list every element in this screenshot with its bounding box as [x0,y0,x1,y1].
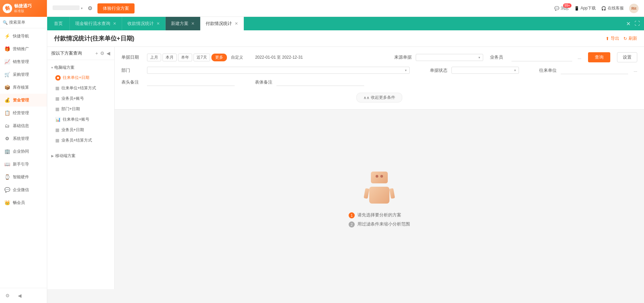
collapse-sidebar-button[interactable]: ◀ [15,291,24,300]
sales-icon: 📈 [4,59,10,65]
setting-button[interactable]: 设置 [617,52,637,62]
partner-input[interactable] [561,66,628,74]
sidebar-item-system[interactable]: ⚙ 系统管理 [0,132,47,145]
tip-number-2: 2 [349,221,355,228]
salesman-input[interactable] [511,54,572,61]
message-action[interactable]: 💬 消息 99+ [554,5,569,11]
topbar-gear-button[interactable]: ⚙ [85,4,95,13]
sidebar-item-sales[interactable]: 📈 销售管理 [0,55,47,68]
query-button[interactable]: 查询 [588,52,610,62]
scheme-item-partner-settlement[interactable]: ▦ 往来单位+结算方式 [47,83,114,93]
account-selector[interactable]: ▾ [53,5,83,11]
tab-new-scheme[interactable]: 新建方案 ✕ [166,17,200,30]
scheme-item-salesman-account[interactable]: ▦ 业务员+账号 [47,93,114,104]
header-note-input[interactable] [147,78,235,86]
tab-payment-stats-close[interactable]: ✕ [235,21,238,26]
partner-filter-label: 往来单位 [539,67,558,73]
salesman-dots[interactable]: ... [578,55,581,60]
sidebar-item-inventory[interactable]: 📦 库存核算 [0,81,47,94]
refresh-button[interactable]: ↻ 刷新 [623,35,637,41]
scheme-collapse-button[interactable]: ◀ [107,51,110,56]
sidebar-logo-area: 畅捷通巧 标准版 [14,3,32,13]
scheme-item-partner-account[interactable]: 📊 往来单位+账号 [47,114,114,125]
sidebar-item-quick-nav[interactable]: ⚡ 快捷导航 [0,30,47,42]
source-select[interactable]: ▾ [416,54,483,61]
enterprise-icon: 🏢 [4,148,10,154]
expand-tab-btn[interactable]: ⛶ [633,19,641,28]
scheme-group-mobile-header[interactable]: ▶ 移动端方案 [47,151,114,161]
tab-new-scheme-close[interactable]: ✕ [191,21,195,26]
scheme-group-desktop-header[interactable]: ▾ 电脑端方案 [47,63,114,72]
sidebar-item-purchase[interactable]: 🛒 采购管理 [0,68,47,81]
sidebar-item-basic[interactable]: 🗂 基础信息 [0,119,47,132]
tab-home-label: 首页 [54,21,63,27]
dept-select[interactable]: ▾ [147,67,410,74]
sidebar-item-guide[interactable]: 📖 新手引导 [0,158,47,171]
scheme-item-salesman-settlement[interactable]: ▦ 业务员+结算方式 [47,135,114,146]
last-7-btn[interactable]: 近7天 [194,54,210,61]
voucher-status-select[interactable]: ▾ [451,67,519,74]
this-month-btn[interactable]: 本月 [163,54,177,61]
scheme-add-button[interactable]: + [95,51,98,56]
sidebar-item-member[interactable]: 👑 畅会员 [0,196,47,209]
guide-icon: 📖 [4,161,10,167]
scheme-setting-button[interactable]: ⚙ [100,51,105,56]
empty-state: 1 请先选择要分析的方案 2 用过滤条件来缩小分析范围 [115,110,644,289]
sidebar-item-enterprise[interactable]: 🏢 企业协同 [0,145,47,158]
industry-btn[interactable]: 体验行业方案 [97,3,135,13]
app-download-icon: 📱 [574,6,579,11]
system-icon: ⚙ [4,135,10,142]
collapse-conditions-button[interactable]: ∧∧ 收起更多条件 [356,93,402,102]
tab-receivable-label: 收款情况统计 [127,21,154,27]
body-note-input[interactable] [276,78,364,86]
tab-home[interactable]: 首页 [47,17,70,30]
topbar: ▾ ⚙ 体验行业方案 💬 消息 99+ 📱 App下载 🎧 在线客服 [47,0,644,17]
topbar-left: ▾ ⚙ 体验行业方案 [53,3,550,13]
main-area: ▾ ⚙ 体验行业方案 💬 消息 99+ 📱 App下载 🎧 在线客服 [47,0,644,303]
scheme-panel: 按以下方案查询 + ⚙ ◀ ▾ 电脑端方案 [47,47,115,289]
sidebar-item-label: 新手引导 [13,161,29,167]
partner-dots[interactable]: ... [634,68,637,73]
tip-text-1: 请先选择要分析的方案 [357,212,401,218]
sidebar-footer: ⚙ ◀ [0,288,47,303]
scheme-item-partner-date[interactable]: 往来单位+日期 [47,72,114,83]
sidebar-item-hardware[interactable]: ⌚ 智能硬件 [0,171,47,183]
online-service-action[interactable]: 🎧 在线客服 [601,5,624,11]
export-button[interactable]: ⬆ 导出 [606,35,619,41]
settings-footer-button[interactable]: ⚙ [3,291,12,300]
tab-cash-flow[interactable]: 现金银行流水查询 ✕ [70,17,122,30]
sidebar-item-finance[interactable]: 💰 资金管理 [0,94,47,107]
tab-cash-flow-close[interactable]: ✕ [113,21,116,26]
scheme-item-salesman-date[interactable]: ▦ 业务员+日期 [47,125,114,135]
robot-eye-right [380,175,383,178]
robot-head [371,172,388,183]
main-content: 付款情况统计(往来单位+日期) ⬆ 导出 ↻ 刷新 按以下方案查询 [47,30,644,303]
sidebar: 畅 畅捷通巧 标准版 🔍 搜索菜单 ⚡ 快捷导航 🎁 营销推广 📈 销售管理 [0,0,47,303]
scheme-item-salesman-settlement-label: 业务员+结算方式 [61,138,92,143]
sidebar-item-marketing[interactable]: 🎁 营销推广 [0,42,47,55]
more-btn[interactable]: 更多 [211,54,227,61]
voucher-status-arrow: ▾ [514,68,516,72]
close-tab-btn[interactable]: ✕ [625,19,632,28]
tab-new-scheme-label: 新建方案 [171,21,188,27]
tab-receivable-close[interactable]: ✕ [156,21,160,26]
source-label: 来源单据 [394,54,413,60]
sidebar-search[interactable]: 🔍 搜索菜单 [0,17,47,28]
collapse-row: ∧∧ 收起更多条件 [121,90,637,104]
empty-tip-2: 2 用过滤条件来缩小分析范围 [349,221,410,228]
sidebar-item-business[interactable]: 📋 经营管理 [0,107,47,119]
salesman-label: 业务员 [490,54,509,60]
last-month-btn[interactable]: 上月 [147,54,161,61]
salesman-settlement-icon: ▦ [55,138,59,143]
scheme-item-dept-date[interactable]: ▦ 部门+日期 [47,104,114,114]
this-year-btn[interactable]: 本年 [178,54,192,61]
voucher-status-cell: 单据状态 ▾ [430,67,519,74]
sidebar-nav: ⚡ 快捷导航 🎁 营销推广 📈 销售管理 🛒 采购管理 📦 库存核算 💰 [0,28,47,288]
sidebar-item-wechat[interactable]: 💬 企业微信 [0,183,47,196]
header-note-label: 表头备注 [121,79,140,85]
app-download-action[interactable]: 📱 App下载 [574,5,596,11]
user-avatar[interactable]: Rit [629,4,639,13]
tab-receivable[interactable]: 收款情况统计 ✕ [122,17,166,30]
tab-payment-stats[interactable]: 付款情况统计 ✕ [200,17,244,30]
sidebar-item-label: 采购管理 [13,72,29,78]
